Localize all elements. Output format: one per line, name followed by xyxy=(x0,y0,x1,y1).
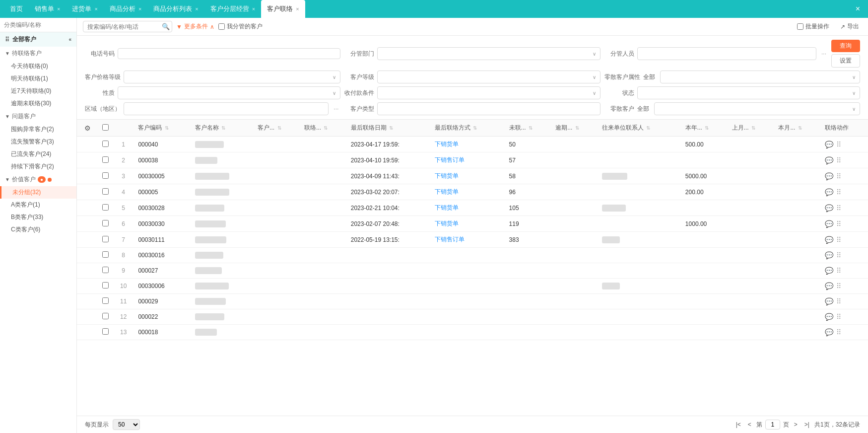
th-last-contact-date[interactable]: 最后联络日期 ⇅ xyxy=(347,120,431,137)
contact-icon[interactable]: 💬 xyxy=(825,156,833,164)
last-method-link[interactable]: 下销货单 xyxy=(435,141,459,147)
dept-select[interactable]: ∨ xyxy=(377,47,600,60)
customer-type-select[interactable] xyxy=(377,102,600,115)
more-action-icon[interactable]: ⠿ xyxy=(836,204,841,212)
last-page-btn[interactable]: >| xyxy=(802,421,811,429)
th-last-month[interactable]: 上月... ⇅ xyxy=(728,120,775,137)
manager-dots[interactable]: ··· xyxy=(821,50,826,57)
last-method-link[interactable]: 下销货单 xyxy=(435,172,459,179)
first-page-btn[interactable]: |< xyxy=(734,421,743,429)
query-button[interactable]: 查询 xyxy=(831,40,860,52)
row-checkbox-12[interactable] xyxy=(102,328,109,335)
region-dots[interactable]: ··· xyxy=(334,105,338,112)
sidebar-search-input[interactable] xyxy=(4,21,77,28)
gear-icon[interactable]: ⚙ xyxy=(84,124,91,132)
reset-button[interactable]: 设置 xyxy=(831,54,860,68)
manager-select[interactable] xyxy=(637,47,816,60)
close-customer-stratification[interactable]: × xyxy=(252,6,255,12)
contact-icon[interactable]: 💬 xyxy=(825,141,833,148)
sidebar-group-value[interactable]: ▼ 价值客户 ● xyxy=(0,173,76,186)
more-action-icon[interactable]: ⠿ xyxy=(836,172,841,180)
last-method-link[interactable]: 下销售订单 xyxy=(435,236,465,243)
per-page-select[interactable]: 50 100 200 xyxy=(113,419,140,430)
last-method-link[interactable]: 下销货单 xyxy=(435,204,459,211)
batch-checkbox[interactable] xyxy=(797,23,803,30)
home-tab[interactable]: 首页 xyxy=(4,4,29,13)
contact-icon[interactable]: 💬 xyxy=(825,236,833,244)
my-customers-checkbox-label[interactable]: 我分管的客户 xyxy=(218,22,263,31)
more-action-icon[interactable]: ⠿ xyxy=(836,141,841,148)
more-action-icon[interactable]: ⠿ xyxy=(836,267,841,275)
more-action-icon[interactable]: ⠿ xyxy=(836,313,841,321)
row-checkbox-2[interactable] xyxy=(102,172,109,179)
sidebar-item-abnormal[interactable]: 囤购异常客户(2) xyxy=(0,123,76,136)
more-action-icon[interactable]: ⠿ xyxy=(836,297,841,305)
th-customer-name[interactable]: 客户名称 ⇅ xyxy=(191,120,254,137)
close-purchase-order[interactable]: × xyxy=(94,6,97,12)
close-product-analysis-list[interactable]: × xyxy=(195,6,198,12)
tab-product-analysis[interactable]: 商品分析 × xyxy=(104,0,147,18)
more-action-icon[interactable]: ⠿ xyxy=(836,328,841,336)
sidebar-item-class-c[interactable]: C类客户(6) xyxy=(0,223,76,236)
th-this-year[interactable]: 本年... ⇅ xyxy=(681,120,728,137)
th-no-contact[interactable]: 未联... ⇅ xyxy=(505,120,552,137)
row-checkbox-3[interactable] xyxy=(102,188,109,195)
zero-customer-select[interactable]: ∨ xyxy=(654,102,860,115)
sidebar-item-churned[interactable]: 已流失客户(24) xyxy=(0,148,76,160)
contact-icon[interactable]: 💬 xyxy=(825,313,833,321)
select-all-checkbox[interactable] xyxy=(102,124,109,131)
sidebar-all-customers[interactable]: ⠿ 全部客户 « xyxy=(0,32,76,47)
search-icon[interactable]: 🔍 xyxy=(162,23,170,30)
payment-select[interactable]: ∨ xyxy=(377,86,600,99)
batch-ops-btn[interactable]: 批量操作 xyxy=(794,21,832,32)
row-checkbox-0[interactable] xyxy=(102,141,109,147)
contact-icon[interactable]: 💬 xyxy=(825,220,833,228)
last-method-link[interactable]: 下销售订单 xyxy=(435,156,465,163)
sidebar-item-class-a[interactable]: A类客户(1) xyxy=(0,199,76,211)
more-action-icon[interactable]: ⠿ xyxy=(836,236,841,244)
price-level-select[interactable]: ∨ xyxy=(124,71,340,83)
sidebar-item-ungrouped[interactable]: 未分组(32) xyxy=(0,186,76,199)
row-checkbox-4[interactable] xyxy=(102,204,109,211)
close-customer-contact[interactable]: × xyxy=(296,6,299,12)
my-customers-checkbox[interactable] xyxy=(218,23,225,30)
region-select[interactable] xyxy=(124,102,329,115)
th-contact-person[interactable]: 往来单位联系人 ⇅ xyxy=(598,120,681,137)
tab-product-analysis-list[interactable]: 商品分析列表 × xyxy=(147,0,204,18)
more-conditions-btn[interactable]: ▼ 更多条件 ∧ xyxy=(176,22,214,31)
tab-sales-order[interactable]: 销售单 × xyxy=(29,0,66,18)
prev-page-btn[interactable]: < xyxy=(746,421,753,429)
close-sales-order[interactable]: × xyxy=(57,6,60,12)
th-customer-type[interactable]: 客户... ⇅ xyxy=(254,120,300,137)
contact-icon[interactable]: 💬 xyxy=(825,251,833,259)
row-checkbox-11[interactable] xyxy=(102,313,109,319)
gender-select[interactable]: ∨ xyxy=(118,86,340,99)
tab-purchase-order[interactable]: 进货单 × xyxy=(66,0,103,18)
more-action-icon[interactable]: ⠿ xyxy=(836,251,841,259)
more-action-icon[interactable]: ⠿ xyxy=(836,156,841,164)
more-action-icon[interactable]: ⠿ xyxy=(836,188,841,196)
contact-icon[interactable]: 💬 xyxy=(825,188,833,196)
export-btn[interactable]: ↗ 导出 xyxy=(837,21,862,32)
th-this-month[interactable]: 本月... ⇅ xyxy=(774,120,821,137)
phone-input[interactable] xyxy=(118,48,340,59)
sidebar-group-pending[interactable]: ▼ 待联络客户 xyxy=(0,47,76,60)
row-checkbox-5[interactable] xyxy=(102,220,109,226)
close-product-analysis[interactable]: × xyxy=(138,6,141,12)
more-action-icon[interactable]: ⠿ xyxy=(836,220,841,228)
sidebar-item-class-b[interactable]: B类客户(33) xyxy=(0,211,76,223)
th-contact[interactable]: 联络... ⇅ xyxy=(300,120,347,137)
status-select[interactable]: ∨ xyxy=(637,86,860,99)
th-last-contact-method[interactable]: 最后联络方式 ⇅ xyxy=(431,120,505,137)
th-customer-code[interactable]: 客户编码 ⇅ xyxy=(134,120,191,137)
sidebar-group-problem[interactable]: ▼ 问题客户 xyxy=(0,110,76,123)
next-page-btn[interactable]: > xyxy=(792,421,800,429)
page-number-input[interactable] xyxy=(765,420,780,430)
th-overdue[interactable]: 逾期... ⇅ xyxy=(551,120,598,137)
tab-customer-stratification[interactable]: 客户分层经营 × xyxy=(204,0,261,18)
sidebar-item-overdue[interactable]: 逾期未联络(30) xyxy=(0,97,76,110)
contact-icon[interactable]: 💬 xyxy=(825,297,833,305)
contact-icon[interactable]: 💬 xyxy=(825,282,833,290)
last-method-link[interactable]: 下销货单 xyxy=(435,220,459,227)
row-checkbox-1[interactable] xyxy=(102,156,109,163)
